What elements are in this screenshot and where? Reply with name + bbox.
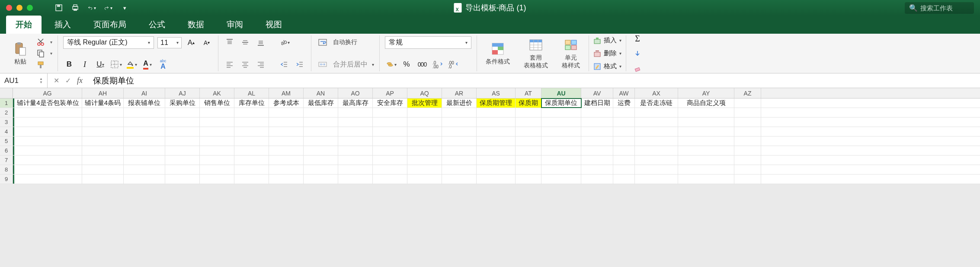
merge-center-icon[interactable]: [317, 58, 329, 70]
align-right-icon[interactable]: [255, 58, 267, 70]
cell-AI9[interactable]: [124, 175, 165, 184]
cell-AL5[interactable]: [234, 137, 269, 146]
column-header-AH[interactable]: AH: [82, 88, 124, 98]
cell-AW6[interactable]: [613, 146, 635, 155]
italic-button[interactable]: I: [79, 58, 91, 70]
cell-AH9[interactable]: [82, 175, 124, 184]
tab-数据[interactable]: 数据: [178, 16, 214, 34]
cell-AS4[interactable]: [477, 127, 516, 136]
cell-AP2[interactable]: [373, 108, 407, 117]
cell-AL8[interactable]: [234, 165, 269, 174]
cell-AM9[interactable]: [269, 175, 304, 184]
cell-AJ5[interactable]: [165, 137, 200, 146]
cell-AX2[interactable]: [635, 108, 678, 117]
border-button[interactable]: ▾: [110, 58, 122, 70]
cell-AM2[interactable]: [269, 108, 304, 117]
clear-icon[interactable]: [631, 62, 644, 74]
column-header-AN[interactable]: AN: [304, 88, 338, 98]
row-header-4[interactable]: 4: [0, 127, 13, 136]
cell-AW2[interactable]: [613, 108, 635, 117]
align-left-icon[interactable]: [224, 58, 236, 70]
column-header-AU[interactable]: AU: [541, 88, 581, 98]
select-all-corner[interactable]: [0, 88, 13, 98]
cell-AO9[interactable]: [338, 175, 373, 184]
cell-AP3[interactable]: [373, 118, 407, 127]
format-painter-icon[interactable]: [35, 59, 47, 70]
format-cells-button[interactable]: 格式▾: [593, 62, 621, 70]
cell-AG4[interactable]: [13, 127, 82, 136]
cell-AY3[interactable]: [678, 118, 734, 127]
cell-AH8[interactable]: [82, 165, 124, 174]
cell-AJ8[interactable]: [165, 165, 200, 174]
cell-AT3[interactable]: [516, 118, 541, 127]
cell-AW3[interactable]: [613, 118, 635, 127]
cell-AK1[interactable]: 销售单位: [200, 99, 234, 108]
cell-AV5[interactable]: [581, 137, 613, 146]
cell-AN1[interactable]: 最低库存: [304, 99, 338, 108]
cell-AO2[interactable]: [338, 108, 373, 117]
tab-插入[interactable]: 插入: [45, 16, 80, 34]
column-header-AR[interactable]: AR: [442, 88, 477, 98]
cell-AH7[interactable]: [82, 156, 124, 165]
cell-AT1[interactable]: 保质期: [516, 99, 541, 108]
cell-AO6[interactable]: [338, 146, 373, 155]
paste-button[interactable]: 粘贴: [10, 36, 31, 70]
row-header-3[interactable]: 3: [0, 118, 13, 127]
increase-decimal-icon[interactable]: .0.00: [432, 58, 444, 70]
cell-AZ1[interactable]: [734, 99, 761, 108]
row-header-5[interactable]: 5: [0, 137, 13, 146]
column-header-AK[interactable]: AK: [200, 88, 234, 98]
format-as-table-button[interactable]: 套用 表格格式: [520, 36, 551, 71]
cell-AU5[interactable]: [541, 137, 581, 146]
cell-AP5[interactable]: [373, 137, 407, 146]
cell-AZ4[interactable]: [734, 127, 761, 136]
cell-AM7[interactable]: [269, 156, 304, 165]
cell-AY1[interactable]: 商品自定义项: [678, 99, 734, 108]
cell-AK3[interactable]: [200, 118, 234, 127]
cell-AX6[interactable]: [635, 146, 678, 155]
cell-AO4[interactable]: [338, 127, 373, 136]
font-name-select[interactable]: 等线 Regular (正文)▾: [63, 36, 154, 49]
number-format-select[interactable]: 常规▾: [385, 36, 471, 49]
cell-AW9[interactable]: [613, 175, 635, 184]
cell-AS2[interactable]: [477, 108, 516, 117]
cell-AV4[interactable]: [581, 127, 613, 136]
cell-AV3[interactable]: [581, 118, 613, 127]
row-header-8[interactable]: 8: [0, 165, 13, 174]
cell-AP4[interactable]: [373, 127, 407, 136]
cell-AH2[interactable]: [82, 108, 124, 117]
cell-AN5[interactable]: [304, 137, 338, 146]
qat-customize-icon[interactable]: ▾: [120, 3, 129, 12]
cell-AQ1[interactable]: 批次管理: [407, 99, 442, 108]
column-header-AS[interactable]: AS: [477, 88, 516, 98]
column-header-AX[interactable]: AX: [635, 88, 678, 98]
cell-AG3[interactable]: [13, 118, 82, 127]
cell-AT9[interactable]: [516, 175, 541, 184]
save-icon[interactable]: [54, 3, 63, 12]
cell-AT6[interactable]: [516, 146, 541, 155]
align-middle-icon[interactable]: [239, 36, 251, 48]
cell-AT7[interactable]: [516, 156, 541, 165]
cell-AM1[interactable]: 参考成本: [269, 99, 304, 108]
cell-AT5[interactable]: [516, 137, 541, 146]
row-header-2[interactable]: 2: [0, 108, 13, 117]
cell-AM3[interactable]: [269, 118, 304, 127]
cell-AN4[interactable]: [304, 127, 338, 136]
cell-AT4[interactable]: [516, 127, 541, 136]
cell-AQ6[interactable]: [407, 146, 442, 155]
tab-公式[interactable]: 公式: [139, 16, 175, 34]
cell-AL4[interactable]: [234, 127, 269, 136]
cell-AQ4[interactable]: [407, 127, 442, 136]
align-top-icon[interactable]: [224, 36, 236, 48]
cell-AG7[interactable]: [13, 156, 82, 165]
cell-AR1[interactable]: 最新进价: [442, 99, 477, 108]
cell-AQ2[interactable]: [407, 108, 442, 117]
fx-icon[interactable]: fx: [77, 76, 83, 85]
cell-AH4[interactable]: [82, 127, 124, 136]
cell-AZ9[interactable]: [734, 175, 761, 184]
cell-AQ7[interactable]: [407, 156, 442, 165]
cut-dropdown-icon[interactable]: ▾: [50, 40, 52, 44]
conditional-format-button[interactable]: 条件格式: [482, 40, 513, 67]
cell-AW5[interactable]: [613, 137, 635, 146]
cell-AN7[interactable]: [304, 156, 338, 165]
